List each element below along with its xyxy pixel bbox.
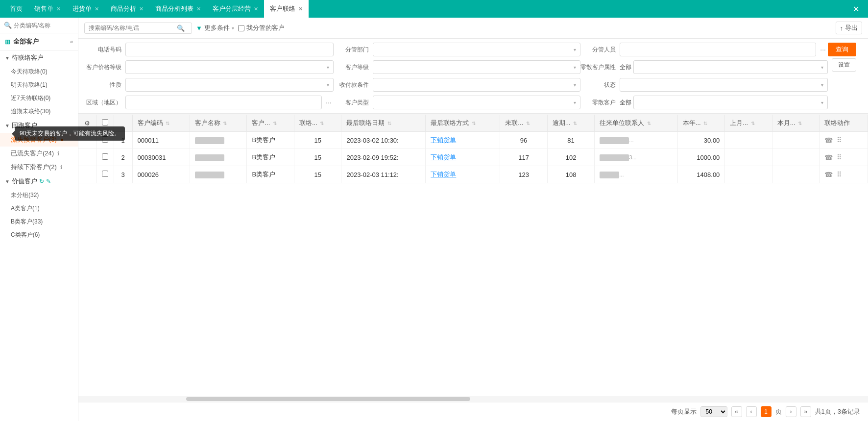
page-last-btn[interactable]: »	[800, 406, 811, 417]
sort-icon-year: ⇅	[703, 121, 707, 126]
td-index-2: 2	[114, 149, 132, 166]
sort-icon-uncontacted: ⇅	[526, 121, 530, 126]
nav-tab-purchase[interactable]: 进货单 ✕	[67, 0, 105, 18]
dots-btn-person[interactable]: ···	[818, 46, 828, 53]
td-link-3[interactable]: 下销货单	[431, 171, 456, 178]
contact-icon-2[interactable]: ☎	[824, 153, 833, 161]
sidebar-item-churn-warning[interactable]: 流失预警客户(3) ●	[0, 133, 78, 147]
refresh-icon[interactable]: ↻	[39, 178, 44, 185]
sidebar-item-overdue-pending[interactable]: 逾期未联络(30)	[0, 105, 78, 118]
contact-icon-3[interactable]: ☎	[824, 171, 833, 178]
more-action-icon-3[interactable]: ⠿	[837, 171, 842, 178]
th-customer-type[interactable]: 客户... ⇅	[247, 115, 294, 132]
row-checkbox-3[interactable]	[102, 171, 108, 177]
more-action-icon-2[interactable]: ⠿	[837, 153, 842, 161]
nav-tab-analysis-list[interactable]: 商品分析列表 ✕	[149, 0, 207, 18]
sidebar-item-7day-pending[interactable]: 近7天待联络(0)	[0, 92, 78, 105]
nav-tab-customer-tier[interactable]: 客户分层经营 ✕	[207, 0, 264, 18]
filter-select-price-grade[interactable]: ▾	[125, 60, 334, 74]
row-checkbox-2[interactable]	[102, 153, 108, 160]
nav-tab-customer-contact-close[interactable]: ✕	[298, 6, 303, 12]
page-total-label: 页	[775, 407, 782, 416]
td-settings-1	[78, 132, 96, 149]
th-overdue[interactable]: 逾期... ⇅	[547, 115, 594, 132]
nav-tab-sales-close[interactable]: ✕	[56, 6, 61, 12]
contact-icon-1[interactable]: ☎	[824, 136, 833, 144]
filter-cell-dept: 分管部门 ▾	[334, 43, 581, 56]
nav-tab-analysis[interactable]: 商品分析 ✕	[105, 0, 149, 18]
filter-input-phone[interactable]	[125, 43, 334, 56]
row-checkbox-1[interactable]	[102, 136, 108, 143]
page-first-btn[interactable]: «	[731, 406, 742, 417]
filter-cell-customer-grade: 客户等级 ▾	[334, 60, 581, 74]
sidebar-search-input[interactable]	[14, 22, 74, 29]
sidebar-item-ungrouped[interactable]: 未分组(32)	[0, 189, 78, 202]
filter-select-payment[interactable]: ▾	[373, 78, 581, 92]
sidebar-item-c-class[interactable]: C类客户(6)	[0, 228, 78, 242]
more-filters-btn[interactable]: ▼ 更多条件 ▾	[196, 24, 234, 32]
filter-select-customer-grade[interactable]: ▾	[373, 60, 581, 74]
th-uncontacted[interactable]: 未联... ⇅	[500, 115, 547, 132]
select-all-checkbox[interactable]	[102, 119, 108, 125]
sidebar-item-already-churned[interactable]: 已流失客户(24) ℹ	[0, 147, 78, 160]
page-current[interactable]: 1	[761, 406, 772, 417]
nav-tab-sales[interactable]: 销售单 ✕	[28, 0, 67, 18]
nav-tab-analysis-list-close[interactable]: ✕	[196, 6, 201, 12]
horizontal-scrollbar[interactable]	[78, 396, 868, 402]
filter-select-region[interactable]	[125, 96, 322, 109]
filter-select-status[interactable]: ▾	[620, 78, 828, 92]
nav-tab-purchase-close[interactable]: ✕	[95, 6, 99, 12]
th-this-year[interactable]: 本年... ⇅	[677, 115, 724, 132]
th-last-contact-method[interactable]: 最后联络方式 ⇅	[426, 115, 500, 132]
filter-select-customer-type[interactable]: ▾	[373, 96, 581, 109]
more-action-icon-1[interactable]: ⠿	[837, 136, 842, 144]
sidebar-section-churn[interactable]: ▼ 回跑客户	[0, 118, 78, 133]
sidebar-item-b-class[interactable]: B类客户(33)	[0, 215, 78, 228]
filter-select-retail-customer[interactable]: ▾	[633, 96, 828, 109]
nav-tab-customer-contact[interactable]: 客户联络 ✕	[264, 0, 309, 18]
search-button[interactable]: 🔍	[177, 25, 185, 32]
settings-button[interactable]: 设置	[832, 58, 856, 72]
dots-btn-region[interactable]: ···	[324, 99, 334, 106]
th-checkbox[interactable]	[96, 115, 114, 132]
filter-select-dept[interactable]: ▾	[373, 43, 581, 56]
sidebar-section-pending[interactable]: ▼ 待联络客户	[0, 50, 78, 65]
my-customers-checkbox[interactable]: 我分管的客户	[238, 24, 285, 32]
sidebar-all-customers[interactable]: ⊞ 全部客户 «	[0, 33, 78, 50]
window-close-btn[interactable]: ✕	[848, 4, 864, 14]
td-link-2[interactable]: 下销货单	[431, 153, 456, 161]
td-overdue-2: 102	[547, 149, 594, 166]
th-settings[interactable]: ⚙	[78, 115, 96, 132]
query-button[interactable]: 查询	[828, 43, 856, 56]
th-customer-code[interactable]: 客户编码 ⇅	[132, 115, 190, 132]
filter-select-person[interactable]	[620, 43, 816, 56]
filter-select-retail-attr[interactable]: ▾	[633, 60, 828, 74]
nav-home[interactable]: 首页	[4, 4, 28, 13]
sidebar-item-tomorrow-pending[interactable]: 明天待联络(1)	[0, 78, 78, 92]
th-contacts[interactable]: 联络... ⇅	[294, 115, 341, 132]
scrollbar-thumb[interactable]	[186, 397, 470, 401]
page-next-btn[interactable]: ›	[786, 406, 796, 417]
filter-select-nature[interactable]: ▾	[125, 78, 334, 92]
edit-icon[interactable]: ✎	[46, 178, 51, 185]
td-link-1[interactable]: 下销货单	[431, 136, 456, 144]
th-customer-name[interactable]: 客户名称 ⇅	[190, 115, 247, 132]
export-button[interactable]: ↑ 导出	[836, 22, 863, 34]
my-customers-checkbox-input[interactable]	[238, 25, 244, 31]
td-checkbox-2	[96, 149, 114, 166]
nav-tab-customer-tier-close[interactable]: ✕	[254, 6, 258, 12]
search-input[interactable]	[89, 25, 177, 31]
sidebar-item-declining[interactable]: 持续下滑客户(2) ℹ	[0, 160, 78, 174]
sidebar-section-value[interactable]: ▼ 价值客户 ↻ ✎	[0, 174, 78, 189]
th-contacts-unit[interactable]: 往来单位联系人 ⇅	[595, 115, 678, 132]
th-last-contact-date[interactable]: 最后联络日期 ⇅	[341, 115, 426, 132]
nav-tab-analysis-close[interactable]: ✕	[139, 6, 144, 12]
sidebar-item-a-class[interactable]: A类客户(1)	[0, 202, 78, 215]
sidebar-item-today-pending[interactable]: 今天待联络(0)	[0, 65, 78, 78]
per-page-select[interactable]: 50 20 100	[700, 406, 727, 417]
th-this-month[interactable]: 本月... ⇅	[772, 115, 819, 132]
filter-label-person: 分管人员	[580, 46, 620, 54]
page-prev-btn[interactable]: ‹	[746, 406, 757, 417]
th-last-month[interactable]: 上月... ⇅	[725, 115, 772, 132]
td-this-month-2	[772, 149, 819, 166]
